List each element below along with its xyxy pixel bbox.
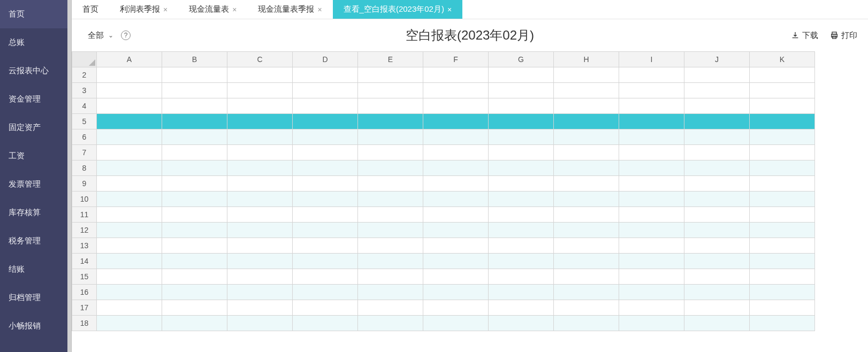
- cell-I18[interactable]: [619, 316, 684, 331]
- cell-B15[interactable]: [162, 269, 227, 285]
- cell-F12[interactable]: [423, 223, 489, 238]
- cell-F2[interactable]: [423, 67, 489, 83]
- row-header-3[interactable]: 3: [72, 83, 97, 98]
- tab-1[interactable]: 利润表季报×: [109, 0, 178, 19]
- cell-F7[interactable]: [423, 145, 489, 160]
- cell-K5[interactable]: [750, 114, 815, 129]
- cell-D5[interactable]: [293, 114, 358, 129]
- cell-C4[interactable]: [227, 98, 293, 114]
- cell-F15[interactable]: [423, 269, 489, 285]
- cell-I8[interactable]: [619, 160, 684, 176]
- row-header-9[interactable]: 9: [72, 176, 97, 192]
- cell-C2[interactable]: [227, 67, 293, 83]
- cell-G12[interactable]: [489, 223, 554, 238]
- cell-J10[interactable]: [684, 192, 750, 207]
- column-header-F[interactable]: F: [423, 52, 489, 67]
- cell-H4[interactable]: [554, 98, 619, 114]
- cell-J7[interactable]: [684, 145, 750, 160]
- cell-B6[interactable]: [162, 129, 227, 145]
- cell-D12[interactable]: [293, 223, 358, 238]
- cell-A11[interactable]: [97, 207, 162, 223]
- column-header-D[interactable]: D: [293, 52, 358, 67]
- cell-H16[interactable]: [554, 285, 619, 300]
- cell-H14[interactable]: [554, 254, 619, 269]
- cell-E17[interactable]: [358, 300, 423, 316]
- sidebar-item-9[interactable]: 结账: [0, 255, 67, 284]
- cell-J14[interactable]: [684, 254, 750, 269]
- cell-A14[interactable]: [97, 254, 162, 269]
- help-icon[interactable]: ?: [121, 30, 131, 40]
- cell-H15[interactable]: [554, 269, 619, 285]
- cell-J9[interactable]: [684, 176, 750, 192]
- sidebar-item-11[interactable]: 小畅报销: [0, 312, 67, 340]
- cell-B18[interactable]: [162, 316, 227, 331]
- cell-H7[interactable]: [554, 145, 619, 160]
- sidebar-item-8[interactable]: 税务管理: [0, 227, 67, 255]
- sidebar-item-2[interactable]: 云报表中心: [0, 57, 67, 85]
- cell-K8[interactable]: [750, 160, 815, 176]
- cell-B16[interactable]: [162, 285, 227, 300]
- cell-D4[interactable]: [293, 98, 358, 114]
- cell-B13[interactable]: [162, 238, 227, 254]
- column-header-C[interactable]: C: [227, 52, 293, 67]
- sidebar-resize-handle[interactable]: [67, 0, 72, 352]
- sidebar-item-7[interactable]: 库存核算: [0, 198, 67, 227]
- cell-H13[interactable]: [554, 238, 619, 254]
- cell-A4[interactable]: [97, 98, 162, 114]
- cell-B7[interactable]: [162, 145, 227, 160]
- cell-F11[interactable]: [423, 207, 489, 223]
- cell-I17[interactable]: [619, 300, 684, 316]
- row-header-7[interactable]: 7: [72, 145, 97, 160]
- row-header-13[interactable]: 13: [72, 238, 97, 254]
- cell-H18[interactable]: [554, 316, 619, 331]
- row-header-14[interactable]: 14: [72, 254, 97, 269]
- cell-G10[interactable]: [489, 192, 554, 207]
- row-header-8[interactable]: 8: [72, 160, 97, 176]
- cell-H8[interactable]: [554, 160, 619, 176]
- cell-I5[interactable]: [619, 114, 684, 129]
- cell-B8[interactable]: [162, 160, 227, 176]
- close-icon[interactable]: ×: [317, 5, 322, 14]
- spreadsheet[interactable]: ABCDEFGHIJK23456789101112131415161718: [72, 51, 868, 352]
- cell-D11[interactable]: [293, 207, 358, 223]
- cell-J3[interactable]: [684, 83, 750, 98]
- cell-F17[interactable]: [423, 300, 489, 316]
- cell-G16[interactable]: [489, 285, 554, 300]
- cell-E18[interactable]: [358, 316, 423, 331]
- cell-H10[interactable]: [554, 192, 619, 207]
- cell-B3[interactable]: [162, 83, 227, 98]
- cell-B9[interactable]: [162, 176, 227, 192]
- close-icon[interactable]: ×: [232, 5, 237, 14]
- cell-A15[interactable]: [97, 269, 162, 285]
- cell-K10[interactable]: [750, 192, 815, 207]
- cell-A10[interactable]: [97, 192, 162, 207]
- cell-E15[interactable]: [358, 269, 423, 285]
- column-header-H[interactable]: H: [554, 52, 619, 67]
- cell-A2[interactable]: [97, 67, 162, 83]
- cell-J4[interactable]: [684, 98, 750, 114]
- column-header-E[interactable]: E: [358, 52, 423, 67]
- cell-C6[interactable]: [227, 129, 293, 145]
- row-header-6[interactable]: 6: [72, 129, 97, 145]
- cell-B10[interactable]: [162, 192, 227, 207]
- cell-B12[interactable]: [162, 223, 227, 238]
- cell-F10[interactable]: [423, 192, 489, 207]
- cell-H3[interactable]: [554, 83, 619, 98]
- tab-3[interactable]: 现金流量表季报×: [247, 0, 332, 19]
- column-header-B[interactable]: B: [162, 52, 227, 67]
- column-header-I[interactable]: I: [619, 52, 684, 67]
- cell-I6[interactable]: [619, 129, 684, 145]
- cell-K11[interactable]: [750, 207, 815, 223]
- cell-I10[interactable]: [619, 192, 684, 207]
- cell-B5[interactable]: [162, 114, 227, 129]
- cell-I9[interactable]: [619, 176, 684, 192]
- cell-K13[interactable]: [750, 238, 815, 254]
- column-header-G[interactable]: G: [489, 52, 554, 67]
- cell-C5[interactable]: [227, 114, 293, 129]
- tab-2[interactable]: 现金流量表×: [178, 0, 247, 19]
- cell-A12[interactable]: [97, 223, 162, 238]
- cell-D6[interactable]: [293, 129, 358, 145]
- cell-F6[interactable]: [423, 129, 489, 145]
- row-header-16[interactable]: 16: [72, 285, 97, 300]
- sidebar-item-3[interactable]: 资金管理: [0, 85, 67, 113]
